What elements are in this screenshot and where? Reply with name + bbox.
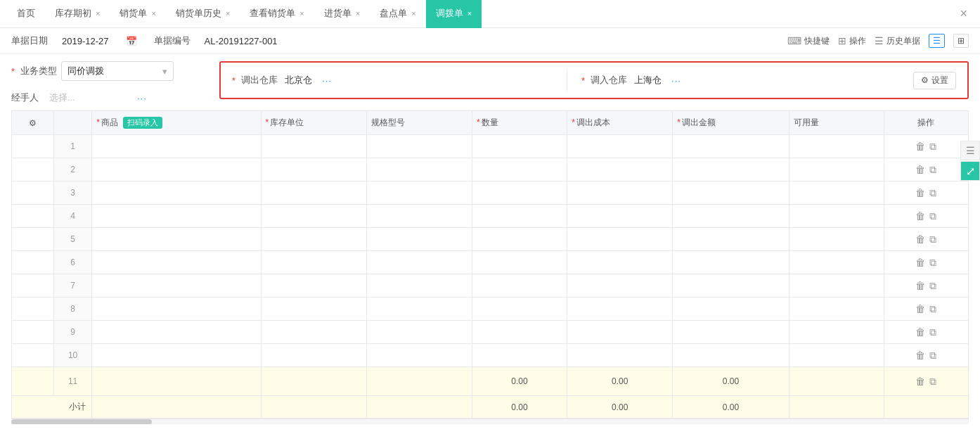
row-unit-cell[interactable] bbox=[261, 158, 366, 181]
row-amount-cell[interactable] bbox=[673, 344, 789, 367]
tab-sales-order[interactable]: 销货单 × bbox=[110, 0, 165, 28]
tab-transfer[interactable]: 调拨单 × bbox=[426, 0, 482, 28]
delete-icon[interactable]: 🗑 bbox=[915, 280, 925, 291]
float-list-btn[interactable]: ☰ bbox=[960, 141, 980, 160]
row-cost-cell[interactable] bbox=[567, 158, 673, 181]
copy-icon[interactable]: ⧉ bbox=[929, 376, 936, 388]
row-unit-cell[interactable] bbox=[261, 344, 366, 367]
tab-view-sales[interactable]: 查看销货单 × bbox=[240, 0, 314, 28]
row-unit-cell[interactable] bbox=[261, 298, 366, 321]
row-product-cell[interactable] bbox=[92, 158, 261, 181]
row-qty-cell[interactable] bbox=[472, 344, 567, 367]
row-cost-cell[interactable] bbox=[567, 135, 673, 158]
row-qty-cell[interactable] bbox=[472, 205, 567, 228]
row-product-cell[interactable] bbox=[92, 181, 261, 205]
row-cost-cell[interactable] bbox=[567, 181, 673, 205]
tab-stocktake[interactable]: 盘点单 × bbox=[370, 0, 425, 28]
row-qty-cell[interactable] bbox=[472, 158, 567, 181]
tab-close-transfer[interactable]: × bbox=[468, 9, 472, 18]
history-btn[interactable]: ☰ 历史单据 bbox=[875, 35, 920, 47]
copy-icon[interactable]: ⧉ bbox=[929, 280, 936, 292]
copy-icon[interactable]: ⧉ bbox=[929, 164, 936, 176]
person-more-btn[interactable]: ··· bbox=[137, 93, 147, 103]
row-spec-cell[interactable] bbox=[366, 298, 472, 321]
row-qty-cell[interactable] bbox=[472, 181, 567, 205]
settings-btn[interactable]: ⚙ 设置 bbox=[913, 72, 956, 89]
row-qty-cell[interactable] bbox=[472, 251, 567, 274]
row-product-cell[interactable] bbox=[92, 321, 261, 344]
delete-icon[interactable]: 🗑 bbox=[915, 376, 925, 387]
row-qty-cell[interactable] bbox=[472, 298, 567, 321]
row-spec-cell[interactable] bbox=[366, 321, 472, 344]
row-amount-cell[interactable] bbox=[673, 298, 789, 321]
copy-icon[interactable]: ⧉ bbox=[929, 187, 936, 199]
row-spec-cell[interactable] bbox=[366, 205, 472, 228]
delete-icon[interactable]: 🗑 bbox=[915, 303, 925, 314]
scan-input-btn[interactable]: 扫码录入 bbox=[123, 117, 162, 129]
row-unit-cell[interactable] bbox=[261, 251, 366, 274]
row-unit-cell[interactable] bbox=[261, 274, 366, 298]
tab-close-sales-order[interactable]: × bbox=[151, 9, 155, 18]
copy-icon[interactable]: ⧉ bbox=[929, 234, 936, 246]
row-cost-cell[interactable] bbox=[567, 251, 673, 274]
close-all-tabs[interactable]: × bbox=[954, 6, 973, 21]
row-cost-cell[interactable] bbox=[567, 344, 673, 367]
copy-icon[interactable]: ⧉ bbox=[929, 326, 936, 338]
row-product-cell[interactable] bbox=[92, 135, 261, 158]
col-settings-header[interactable]: ⚙ bbox=[12, 111, 54, 135]
delete-icon[interactable]: 🗑 bbox=[915, 164, 925, 175]
delete-icon[interactable]: 🗑 bbox=[915, 326, 925, 338]
row-unit-cell[interactable] bbox=[261, 321, 366, 344]
copy-icon[interactable]: ⧉ bbox=[929, 350, 936, 362]
row-unit-cell[interactable] bbox=[261, 181, 366, 205]
row-spec-cell[interactable] bbox=[366, 135, 472, 158]
row-cost-cell[interactable] bbox=[567, 228, 673, 251]
row-spec-cell[interactable] bbox=[366, 251, 472, 274]
row-qty-cell[interactable] bbox=[472, 228, 567, 251]
row-amount-cell[interactable] bbox=[673, 135, 789, 158]
row-cost-cell[interactable] bbox=[567, 274, 673, 298]
shortcuts-btn[interactable]: ⌨ 快捷键 bbox=[787, 35, 830, 47]
delete-icon[interactable]: 🗑 bbox=[915, 210, 925, 222]
row-qty-cell[interactable] bbox=[472, 135, 567, 158]
float-expand-btn[interactable]: ⤢ bbox=[960, 161, 980, 181]
horizontal-scrollbar[interactable] bbox=[11, 419, 969, 424]
delete-icon[interactable]: 🗑 bbox=[915, 234, 925, 245]
row-amount-cell[interactable] bbox=[673, 274, 789, 298]
scroll-thumb[interactable] bbox=[11, 419, 152, 424]
row-qty-cell[interactable] bbox=[472, 274, 567, 298]
tab-inventory-init[interactable]: 库存期初 × bbox=[45, 0, 110, 28]
row-product-cell[interactable] bbox=[92, 298, 261, 321]
copy-icon[interactable]: ⧉ bbox=[929, 257, 936, 269]
row-amount-cell[interactable] bbox=[673, 181, 789, 205]
tab-home[interactable]: 首页 bbox=[7, 0, 45, 28]
delete-icon[interactable]: 🗑 bbox=[915, 257, 925, 268]
calendar-icon[interactable]: 📅 bbox=[126, 36, 137, 46]
tab-close-inventory-init[interactable]: × bbox=[96, 9, 100, 18]
layout-grid-btn[interactable]: ⊞ bbox=[953, 34, 969, 48]
tab-close-stocktake[interactable]: × bbox=[411, 9, 415, 18]
row-product-cell[interactable] bbox=[92, 205, 261, 228]
row-cost-cell[interactable] bbox=[567, 298, 673, 321]
row-amount-cell[interactable] bbox=[673, 321, 789, 344]
delete-icon[interactable]: 🗑 bbox=[915, 187, 925, 198]
tab-sales-history[interactable]: 销货单历史 × bbox=[166, 0, 240, 28]
delete-icon[interactable]: 🗑 bbox=[915, 141, 925, 152]
row-spec-cell[interactable] bbox=[366, 344, 472, 367]
tab-close-purchase[interactable]: × bbox=[356, 9, 360, 18]
row-product-cell[interactable] bbox=[92, 274, 261, 298]
row-spec-cell[interactable] bbox=[366, 181, 472, 205]
row-spec-cell[interactable] bbox=[366, 158, 472, 181]
row-amount-cell[interactable] bbox=[673, 205, 789, 228]
row-amount-cell[interactable] bbox=[673, 251, 789, 274]
row-cost-cell[interactable] bbox=[567, 321, 673, 344]
row-product-cell[interactable] bbox=[92, 251, 261, 274]
layout-list-btn[interactable]: ☰ bbox=[929, 34, 945, 48]
person-select[interactable]: 选择... bbox=[43, 88, 127, 108]
tab-purchase[interactable]: 进货单 × bbox=[314, 0, 370, 28]
row-unit-cell[interactable] bbox=[261, 205, 366, 228]
in-warehouse-more-btn[interactable]: ··· bbox=[671, 75, 681, 86]
operations-btn[interactable]: ⊞ 操作 bbox=[838, 35, 866, 47]
row-spec-cell[interactable] bbox=[366, 228, 472, 251]
tab-close-view-sales[interactable]: × bbox=[299, 9, 304, 18]
